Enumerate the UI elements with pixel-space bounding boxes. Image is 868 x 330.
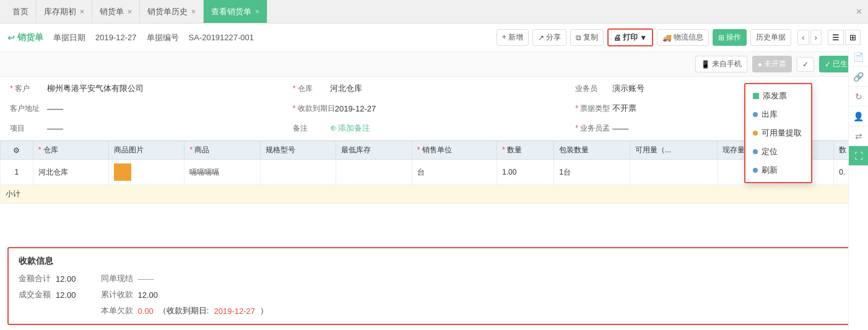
locate-item[interactable]: 定位 [745, 142, 811, 161]
share-label: 分享 [546, 32, 561, 43]
doc-actions: + 新增 ↗ 分享 ⧉ 复制 🖨 打印 ▼ 🚚 物流信息 [497, 28, 861, 46]
locate-dot [753, 149, 758, 154]
payment-col-right: 同单现结 —— 累计收款 12.00 本单欠款 0.00 （收款到期日: 201… [101, 273, 268, 316]
print-label: 打印 [623, 32, 638, 43]
cumulative-item: 累计收款 12.00 [101, 289, 268, 300]
add-remark-button[interactable]: ⊕ 添加备注 [330, 123, 371, 134]
amount-total-label: 金额合计 [19, 273, 51, 284]
tab-inventory-init-close[interactable]: × [80, 7, 84, 16]
logistics-button[interactable]: 🚚 物流信息 [657, 29, 709, 46]
history-label: 历史单据 [756, 32, 786, 43]
row-qty[interactable]: 1.00 [497, 160, 554, 185]
grid-view-button[interactable]: ⊞ [845, 30, 861, 45]
not-open-button[interactable]: ● 未开票 [752, 56, 792, 72]
nav-arrows: ‹ › [797, 30, 822, 45]
warehouse-value[interactable]: 河北仓库 [330, 83, 362, 94]
tab-sales-history[interactable]: 销货单历史 × [140, 0, 204, 23]
phone-icon: 📱 [701, 60, 710, 69]
tab-view-sales-close[interactable]: × [255, 7, 259, 16]
refresh-item[interactable]: 刷新 [745, 161, 811, 180]
tab-view-sales[interactable]: 查看销货单 × [204, 0, 267, 23]
outbound-item[interactable]: 出库 [745, 105, 811, 124]
copy-button[interactable]: ⧉ 复制 [570, 29, 604, 46]
cumulative-value: 12.00 [138, 290, 158, 300]
operation-button[interactable]: ⊞ 操作 [713, 29, 747, 46]
due-date-value[interactable]: 2019-12-27 [335, 104, 376, 113]
th-product: 商品 [184, 141, 260, 160]
th-settings[interactable]: ⚙ [1, 141, 33, 160]
doc-number-value: SA-20191227-001 [189, 33, 254, 42]
print-dropdown-arrow[interactable]: ▼ [640, 33, 647, 42]
row-product[interactable]: 嗝嗝嗝嗝 [184, 160, 260, 185]
sidebar-doc-icon[interactable]: 📄 [849, 47, 869, 67]
row-unit[interactable]: 台 [412, 160, 497, 185]
subtotal-label: 小计 [1, 185, 868, 204]
salesperson-value[interactable]: —— [612, 124, 628, 133]
refresh-dot [753, 168, 758, 173]
table-row: 1 河北仓库 嗝嗝嗝嗝 台 1.00 1台 12.00 [1, 160, 868, 185]
doc-title-text: 销货单 [17, 32, 43, 43]
row-pack-qty[interactable]: 1台 [554, 160, 630, 185]
same-bill-label: 同单现结 [101, 273, 133, 284]
tab-home[interactable]: 首页 [5, 0, 37, 23]
sidebar-refresh-icon[interactable]: ↻ [849, 87, 869, 106]
row-available[interactable] [630, 160, 717, 185]
print-button[interactable]: 🖨 打印 ▼ [607, 28, 653, 46]
tab-sales-order[interactable]: 销货单 × [92, 0, 140, 23]
ticket-type-label: 票据类型 [575, 103, 612, 114]
transaction-value: 12.00 [56, 290, 76, 300]
form-row-3: 项目 —— 备注 ⊕ 添加备注 业务员孟 —— [10, 123, 858, 134]
history-button[interactable]: 历史单据 [750, 29, 791, 46]
same-bill-item: 同单现结 —— [101, 273, 268, 284]
due-date-field: 收款到期日 2019-12-27 [293, 103, 576, 114]
prev-button[interactable]: ‹ [797, 30, 809, 45]
this-bill-item: 本单欠款 0.00 （收款到期日: 2019-12-27 ） [101, 305, 268, 316]
row-index: 1 [1, 160, 33, 185]
sidebar-person-icon[interactable]: 👤 [849, 106, 869, 126]
address-field: 客户地址 —— [10, 103, 293, 114]
th-unit: 销售单位 [412, 141, 497, 160]
from-phone-button[interactable]: 📱 来自手机 [695, 56, 747, 72]
payment-col-left: 金额合计 12.00 成交金额 12.00 [19, 273, 76, 316]
project-label: 项目 [10, 123, 47, 134]
row-spec[interactable] [260, 160, 336, 185]
next-button[interactable]: › [810, 30, 822, 45]
window-close-button[interactable]: × [856, 6, 862, 17]
available-qty-item[interactable]: 可用量提取 [745, 124, 811, 142]
salesperson-label: 业务员孟 [575, 123, 612, 134]
employee-field: 业务员 演示账号 [575, 83, 858, 94]
product-image [114, 163, 131, 181]
outbound-label: 出库 [762, 109, 778, 120]
project-field: 项目 —— [10, 123, 293, 134]
table-section: ⚙ 仓库 商品图片 商品 规格型号 最低库存 销售单位 数量 包装数量 可用量（… [0, 141, 868, 242]
share-button[interactable]: ↗ 分享 [532, 29, 566, 46]
sidebar-expand-icon[interactable]: ⛶ [849, 146, 869, 166]
ticket-type-value[interactable]: 不开票 [612, 103, 636, 114]
not-open-label: 未开票 [764, 59, 786, 69]
sidebar-link-icon[interactable]: 🔗 [849, 67, 869, 87]
th-available: 可用量（... [630, 141, 717, 160]
doc-title: ↩ 销货单 [7, 32, 43, 43]
doc-number-label: 单据编号 [147, 32, 179, 43]
add-invoice-icon [753, 93, 759, 99]
confirm-button[interactable]: ✓ [797, 57, 814, 72]
right-sidebar: 📄 🔗 ↻ 👤 ⇄ ⛶ [848, 47, 868, 330]
add-invoice-item[interactable]: 添发票 [745, 87, 811, 105]
address-label: 客户地址 [10, 103, 47, 114]
payment-info-rows: 金额合计 12.00 成交金额 12.00 同单现结 —— 累计收款 [19, 273, 849, 316]
project-value[interactable]: —— [47, 124, 63, 133]
tab-home-label: 首页 [12, 6, 28, 17]
tab-sales-order-close[interactable]: × [128, 7, 132, 16]
row-warehouse[interactable]: 河北仓库 [33, 160, 108, 185]
tab-inventory-init[interactable]: 库存期初 × [37, 0, 92, 23]
view-buttons: ☰ ⊞ [828, 30, 861, 45]
row-min-stock[interactable] [336, 160, 412, 185]
remark-label: 备注 [293, 123, 330, 134]
new-button[interactable]: + 新增 [497, 29, 529, 46]
list-view-button[interactable]: ☰ [828, 30, 844, 45]
customer-value[interactable]: 柳州粤港平安气体有限公司 [47, 83, 144, 94]
tab-sales-history-close[interactable]: × [191, 7, 196, 16]
sidebar-exchange-icon[interactable]: ⇄ [849, 126, 869, 146]
address-value[interactable]: —— [47, 104, 63, 113]
doc-date-value: 2019-12-27 [95, 33, 137, 42]
